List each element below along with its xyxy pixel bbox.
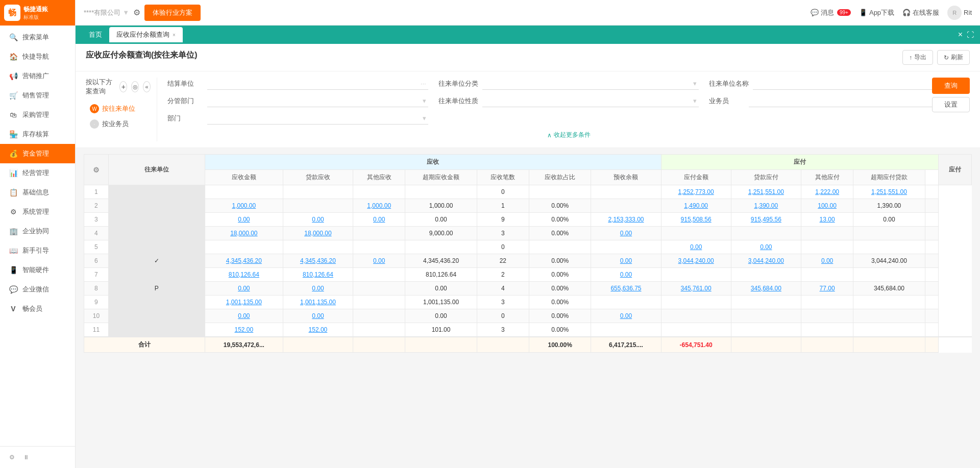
row-loan-pay[interactable]: 345,684.00 bbox=[731, 282, 801, 295]
row-pay-amount[interactable]: 3,044,240.00 bbox=[661, 254, 731, 268]
tab-home[interactable]: 首页 bbox=[82, 27, 109, 42]
sidebar-settings-btn[interactable]: ⚙ bbox=[5, 452, 19, 463]
filter-target-btn[interactable]: ◎ bbox=[131, 81, 139, 92]
row-recv-amount[interactable]: 1,001,135.00 bbox=[205, 295, 283, 309]
row-pay-amount[interactable]: 0.00 bbox=[661, 240, 731, 254]
filter-collapse-btn[interactable]: ∧ 收起更多条件 bbox=[167, 129, 970, 141]
row-other-pay[interactable]: 100.00 bbox=[801, 199, 853, 213]
unit-category-dropdown-icon[interactable]: ▾ bbox=[691, 80, 699, 87]
industry-solution-btn[interactable]: 体验行业方案 bbox=[144, 5, 201, 21]
row-loan-recv[interactable]: 0.00 bbox=[283, 213, 353, 227]
sidebar-item-system[interactable]: ⚙ 系统管理 bbox=[0, 202, 75, 221]
sidebar-item-fund[interactable]: 💰 资金管理 bbox=[0, 144, 75, 163]
unit-nature-dropdown-icon[interactable]: ▾ bbox=[691, 97, 699, 105]
row-other-pay[interactable]: 13.00 bbox=[801, 213, 853, 227]
table-settings-gear-icon[interactable]: ⚙ bbox=[93, 166, 100, 174]
customer-service-btn[interactable]: 🎧 在线客服 bbox=[902, 8, 939, 17]
filter-scheme-by-staff[interactable]: · 按业务员 bbox=[86, 116, 151, 132]
row-loan-pay[interactable]: 1,251,551.00 bbox=[731, 185, 801, 199]
row-other-recv[interactable]: 0.00 bbox=[353, 213, 405, 227]
row-pay-amount[interactable]: 915,508.56 bbox=[661, 213, 731, 227]
sidebar-item-warehouse[interactable]: 🏪 库存核算 bbox=[0, 125, 75, 144]
sidebar-item-guide[interactable]: 📖 新手引导 bbox=[0, 241, 75, 260]
export-btn[interactable]: ↑ 导出 bbox=[902, 50, 933, 65]
department-label: 部门 bbox=[167, 114, 203, 123]
col-settings[interactable]: ⚙ bbox=[84, 155, 109, 185]
row-loan-recv[interactable]: 152.00 bbox=[283, 323, 353, 337]
row-loan-recv[interactable]: 4,345,436.20 bbox=[283, 254, 353, 268]
app-download-btn[interactable]: 📱 App下载 bbox=[859, 8, 894, 17]
tab-close-icon[interactable]: × bbox=[173, 32, 176, 38]
row-loan-recv[interactable]: 1,001,135.00 bbox=[283, 295, 353, 309]
unit-category-input[interactable] bbox=[482, 78, 692, 89]
row-pay-amount[interactable]: 345,761.00 bbox=[661, 282, 731, 295]
sidebar-item-shortcut[interactable]: 🏠 快捷导航 bbox=[0, 47, 75, 66]
row-recv-amount[interactable]: 0.00 bbox=[205, 282, 283, 295]
row-prepay-balance[interactable]: 655,636.75 bbox=[591, 282, 661, 295]
row-loan-recv[interactable]: 810,126.64 bbox=[283, 268, 353, 282]
row-recv-amount[interactable]: 1,000.00 bbox=[205, 199, 283, 213]
filter-collapse-left-btn[interactable]: « bbox=[143, 81, 151, 92]
row-other-pay[interactable]: 1,222.00 bbox=[801, 185, 853, 199]
refresh-btn[interactable]: ↻ 刷新 bbox=[937, 50, 970, 65]
window-close-icon[interactable]: × bbox=[958, 30, 963, 39]
user-profile-btn[interactable]: R Rit bbox=[947, 6, 972, 20]
sidebar-item-member[interactable]: V 畅会员 bbox=[0, 299, 75, 318]
row-recv-amount[interactable]: 810,126.64 bbox=[205, 268, 283, 282]
unit-nature-input[interactable] bbox=[482, 95, 692, 107]
row-prepay-balance[interactable]: 0.00 bbox=[591, 268, 661, 282]
row-recv-amount[interactable]: 152.00 bbox=[205, 323, 283, 337]
notification-btn[interactable]: 💬 消息 99+ bbox=[811, 8, 851, 17]
sidebar-item-operation[interactable]: 📊 经营管理 bbox=[0, 163, 75, 183]
row-prepay-balance[interactable]: 0.00 bbox=[591, 309, 661, 323]
department-input[interactable] bbox=[207, 112, 421, 124]
row-loan-pay[interactable]: 915,495.56 bbox=[731, 213, 801, 227]
settlement-unit-input[interactable] bbox=[207, 78, 419, 89]
row-other-pay[interactable]: 77.00 bbox=[801, 282, 853, 295]
row-other-recv[interactable]: 1,000.00 bbox=[353, 199, 405, 213]
sidebar-collapse-btn[interactable]: ⏸ bbox=[19, 452, 33, 463]
row-other-recv[interactable]: 0.00 bbox=[353, 254, 405, 268]
dept-manager-dropdown-icon[interactable]: ▾ bbox=[421, 97, 428, 105]
sidebar-item-wechat[interactable]: 💬 企业微信 bbox=[0, 280, 75, 299]
settlement-unit-icon[interactable]: ··· bbox=[419, 80, 428, 87]
query-btn[interactable]: 查询 bbox=[932, 78, 970, 94]
row-other-pay[interactable]: 0.00 bbox=[801, 254, 853, 268]
row-pay-amount[interactable]: 1,252,773.00 bbox=[661, 185, 731, 199]
filter-scheme-by-unit[interactable]: W 按往来单位 bbox=[86, 101, 151, 116]
row-loan-recv[interactable]: 0.00 bbox=[283, 309, 353, 323]
row-prepay-balance[interactable]: 0.00 bbox=[591, 227, 661, 240]
sidebar-item-marketing[interactable]: 📢 营销推广 bbox=[0, 66, 75, 86]
window-expand-icon[interactable]: ⛶ bbox=[967, 31, 974, 39]
row-prepay-balance[interactable]: 2,153,333.00 bbox=[591, 213, 661, 227]
row-recv-amount[interactable]: 18,000.00 bbox=[205, 227, 283, 240]
sidebar-item-purchase[interactable]: 🛍 采购管理 bbox=[0, 105, 75, 125]
row-loan-pay[interactable]: 3,044,240.00 bbox=[731, 254, 801, 268]
row-loan-recv[interactable]: 0.00 bbox=[283, 282, 353, 295]
dept-manager-input[interactable] bbox=[207, 95, 421, 107]
row-overdue-pay[interactable]: 1,251,551.00 bbox=[853, 185, 925, 199]
settings-gear-btn[interactable]: ⚙ bbox=[133, 8, 140, 17]
table-row: 7 810,126.64 810,126.64 810,126.64 2 0.0… bbox=[84, 268, 972, 282]
row-loan-pay[interactable]: 1,390.00 bbox=[731, 199, 801, 213]
sidebar-item-basic[interactable]: 📋 基础信息 bbox=[0, 183, 75, 202]
row-prepay-balance[interactable]: 0.00 bbox=[591, 254, 661, 268]
row-recv-count: 0 bbox=[477, 240, 529, 254]
row-recv-amount[interactable]: 0.00 bbox=[205, 213, 283, 227]
filter-add-btn[interactable]: + bbox=[119, 81, 127, 92]
sidebar-item-sales[interactable]: 🛒 销售管理 bbox=[0, 86, 75, 105]
tab-query[interactable]: 应收应付余额查询 × bbox=[109, 27, 183, 42]
row-pay-amount bbox=[661, 309, 731, 323]
sidebar-item-search[interactable]: 🔍 搜索菜单 bbox=[0, 28, 75, 47]
row-loan-recv[interactable]: 18,000.00 bbox=[283, 227, 353, 240]
sidebar-item-enterprise[interactable]: 🏢 企业协同 bbox=[0, 221, 75, 241]
settings-btn[interactable]: 设置 bbox=[932, 97, 970, 112]
department-dropdown-icon[interactable]: ▾ bbox=[421, 114, 428, 122]
row-pay-amount[interactable]: 1,490.00 bbox=[661, 199, 731, 213]
row-recv-amount[interactable]: 0.00 bbox=[205, 309, 283, 323]
sidebar-item-hardware[interactable]: 📱 智能硬件 bbox=[0, 260, 75, 280]
page-header-actions: ↑ 导出 ↻ 刷新 bbox=[902, 50, 970, 71]
salesperson-input[interactable] bbox=[749, 95, 960, 107]
row-loan-pay[interactable]: 0.00 bbox=[731, 240, 801, 254]
row-recv-amount[interactable]: 4,345,436.20 bbox=[205, 254, 283, 268]
